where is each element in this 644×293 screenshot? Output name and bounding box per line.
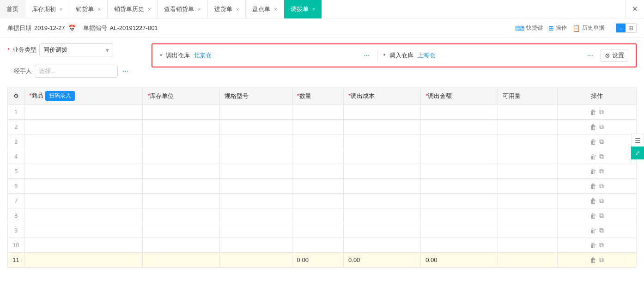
shortcut-button[interactable]: ⌨ 快捷键: [515, 24, 543, 32]
cost-cell[interactable]: [344, 208, 421, 223]
product-cell[interactable]: [24, 194, 143, 208]
delete-icon[interactable]: 🗑: [590, 197, 596, 205]
warehouse-in-value[interactable]: 上海仓: [417, 51, 435, 60]
tab-inventory[interactable]: 盘点单 ×: [246, 0, 284, 18]
spec-cell[interactable]: [220, 120, 292, 134]
unit-cell[interactable]: [143, 164, 220, 179]
product-cell[interactable]: [24, 134, 143, 149]
tab-close-stock-init[interactable]: ×: [60, 6, 62, 12]
product-cell[interactable]: [24, 149, 143, 164]
grid-view-button[interactable]: ⊞: [626, 24, 636, 32]
delete-icon[interactable]: 🗑: [590, 138, 596, 146]
sidebar-expand-button[interactable]: ⤢: [631, 146, 644, 159]
tab-sales-history[interactable]: 销货单历史 ×: [108, 0, 158, 18]
warehouse-out-more-button[interactable]: ···: [362, 51, 371, 60]
delete-icon[interactable]: 🗑: [590, 123, 596, 131]
delete-icon[interactable]: 🗑: [590, 256, 596, 264]
cost-cell[interactable]: [344, 120, 421, 134]
product-cell[interactable]: [24, 223, 143, 238]
tab-close-purchase[interactable]: ×: [236, 6, 239, 12]
qty-cell[interactable]: [292, 194, 343, 208]
amount-cell[interactable]: [421, 194, 498, 208]
copy-icon[interactable]: ⧉: [599, 167, 604, 175]
tab-home[interactable]: 首页: [0, 0, 25, 18]
copy-icon[interactable]: ⧉: [599, 108, 604, 116]
spec-cell[interactable]: [220, 238, 292, 253]
window-close-button[interactable]: ×: [626, 0, 644, 18]
amount-cell[interactable]: [421, 120, 498, 134]
tab-transfer[interactable]: 调拨单 ×: [284, 0, 322, 18]
product-cell[interactable]: [24, 238, 143, 253]
amount-cell[interactable]: [421, 105, 498, 120]
tab-view-sales[interactable]: 查看销货单 ×: [158, 0, 207, 18]
calendar-icon[interactable]: 📅: [68, 24, 76, 32]
cost-cell[interactable]: [344, 223, 421, 238]
cost-cell[interactable]: [344, 179, 421, 194]
warehouse-in-more-button[interactable]: ···: [585, 51, 595, 60]
delete-icon[interactable]: 🗑: [590, 183, 596, 190]
spec-cell[interactable]: [220, 194, 292, 208]
delete-icon[interactable]: 🗑: [590, 153, 596, 160]
product-cell[interactable]: [24, 164, 143, 179]
unit-cell[interactable]: [143, 179, 220, 194]
unit-cell[interactable]: [143, 208, 220, 223]
copy-icon[interactable]: ⧉: [599, 123, 604, 131]
amount-cell[interactable]: [421, 164, 498, 179]
cost-cell[interactable]: [344, 134, 421, 149]
spec-cell[interactable]: [220, 105, 292, 120]
tab-stock-init[interactable]: 库存期初 ×: [25, 0, 69, 18]
list-view-button[interactable]: ≡: [616, 24, 626, 32]
cost-cell[interactable]: [344, 238, 421, 253]
qty-cell[interactable]: [292, 120, 343, 134]
tab-close-transfer[interactable]: ×: [312, 6, 315, 12]
gear-column-header[interactable]: ⚙: [8, 87, 24, 105]
amount-cell[interactable]: [421, 149, 498, 164]
product-cell[interactable]: [24, 253, 143, 268]
spec-cell[interactable]: [220, 164, 292, 179]
scan-button[interactable]: 扫码录入: [45, 91, 75, 101]
product-cell[interactable]: [24, 120, 143, 134]
unit-cell[interactable]: [143, 238, 220, 253]
delete-icon[interactable]: 🗑: [590, 109, 596, 116]
tab-close-sales-order[interactable]: ×: [97, 6, 100, 12]
delete-icon[interactable]: 🗑: [590, 227, 596, 234]
copy-icon[interactable]: ⧉: [599, 226, 604, 234]
qty-cell[interactable]: [292, 149, 343, 164]
manager-more-button[interactable]: ···: [121, 67, 130, 75]
product-cell[interactable]: [24, 208, 143, 223]
cost-cell[interactable]: [344, 194, 421, 208]
unit-cell[interactable]: [143, 223, 220, 238]
spec-cell[interactable]: [220, 134, 292, 149]
amount-cell[interactable]: [421, 134, 498, 149]
tab-purchase[interactable]: 进货单 ×: [208, 0, 246, 18]
unit-cell[interactable]: [143, 134, 220, 149]
copy-icon[interactable]: ⧉: [599, 138, 604, 146]
unit-cell[interactable]: [143, 120, 220, 134]
cost-cell[interactable]: [344, 164, 421, 179]
qty-cell[interactable]: [292, 223, 343, 238]
warehouse-out-value[interactable]: 北京仓: [194, 51, 212, 60]
settings-button[interactable]: ⚙ 设置: [601, 49, 628, 62]
tab-close-view-sales[interactable]: ×: [198, 6, 200, 12]
spec-cell[interactable]: [220, 223, 292, 238]
amount-cell[interactable]: [421, 208, 498, 223]
sidebar-list-button[interactable]: ☰: [631, 134, 644, 146]
qty-cell[interactable]: [292, 164, 343, 179]
spec-cell[interactable]: [220, 208, 292, 223]
qty-cell[interactable]: [292, 238, 343, 253]
amount-cell[interactable]: [421, 179, 498, 194]
delete-icon[interactable]: 🗑: [590, 212, 596, 220]
qty-cell[interactable]: [292, 179, 343, 194]
unit-cell[interactable]: [143, 149, 220, 164]
amount-cell[interactable]: [421, 223, 498, 238]
cost-cell[interactable]: [344, 105, 421, 120]
history-button[interactable]: 📋 历史单据: [572, 24, 604, 32]
operate-button[interactable]: ⊞ 操作: [548, 24, 567, 32]
copy-icon[interactable]: ⧉: [599, 182, 604, 190]
unit-cell[interactable]: [143, 194, 220, 208]
tab-close-inventory[interactable]: ×: [274, 6, 277, 12]
copy-icon[interactable]: ⧉: [599, 212, 604, 220]
spec-cell[interactable]: [220, 149, 292, 164]
copy-icon[interactable]: ⧉: [599, 241, 604, 249]
delete-icon[interactable]: 🗑: [590, 242, 596, 249]
